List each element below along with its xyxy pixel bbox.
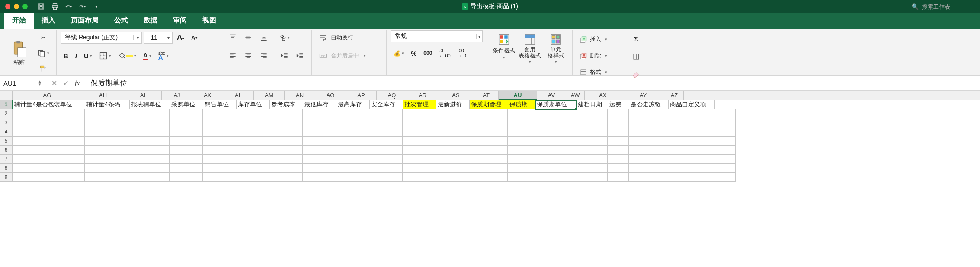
cell[interactable] (576, 146, 608, 155)
format-as-table-button[interactable]: 套用 表格格式 ▾ (518, 33, 542, 64)
cell[interactable] (336, 155, 369, 164)
align-center-button[interactable] (241, 48, 255, 63)
column-header[interactable]: AG (13, 91, 82, 100)
row-header[interactable]: 7 (0, 155, 13, 164)
cell[interactable]: 最高库存 (336, 100, 370, 109)
cell[interactable] (13, 137, 85, 146)
cell[interactable] (303, 146, 336, 155)
cell[interactable] (469, 109, 508, 118)
tab-review[interactable]: 审阅 (165, 13, 195, 29)
column-header[interactable]: AU (499, 91, 537, 100)
cell[interactable] (170, 146, 203, 155)
cell[interactable] (608, 155, 629, 164)
cell[interactable] (13, 173, 85, 182)
select-all-corner[interactable] (0, 91, 13, 100)
cell[interactable] (203, 164, 236, 173)
tab-pagelayout[interactable]: 页面布局 (63, 13, 106, 29)
cell[interactable] (129, 118, 170, 127)
decrease-decimal-button[interactable]: .00→.0 (455, 46, 469, 60)
cell[interactable] (608, 127, 629, 137)
cell[interactable] (85, 127, 129, 137)
cell[interactable] (85, 109, 129, 118)
cell[interactable] (508, 146, 535, 155)
cell[interactable] (13, 109, 85, 118)
number-format-select[interactable]: 常规▾ (391, 30, 483, 42)
cell[interactable] (236, 127, 269, 137)
bold-button[interactable]: B (61, 48, 71, 63)
cell[interactable] (403, 164, 436, 173)
column-header[interactable]: AV (537, 91, 566, 100)
delete-cells-button[interactable]: 删除 (577, 48, 620, 63)
cell[interactable] (629, 109, 668, 118)
cell[interactable]: 保质期 (508, 100, 535, 109)
cell[interactable]: 销售单位 (203, 100, 237, 109)
autosum-button[interactable]: Σ (629, 32, 643, 47)
row-header[interactable]: 3 (0, 118, 13, 127)
cell[interactable] (303, 173, 336, 182)
cell[interactable] (269, 118, 303, 127)
tab-home[interactable]: 开始 (4, 13, 34, 29)
cell[interactable] (608, 164, 629, 173)
cell[interactable] (629, 164, 668, 173)
cell[interactable] (668, 127, 714, 137)
cell[interactable] (508, 137, 535, 146)
format-cells-button[interactable]: 格式 (577, 65, 620, 79)
cell[interactable] (403, 155, 436, 164)
cell[interactable] (714, 109, 736, 118)
cell[interactable] (203, 127, 236, 137)
cell[interactable] (403, 146, 436, 155)
align-left-button[interactable] (226, 48, 240, 63)
column-header[interactable]: AR (407, 91, 438, 100)
cell[interactable] (668, 155, 714, 164)
cell[interactable] (714, 118, 736, 127)
increase-indent-button[interactable] (293, 48, 307, 63)
spreadsheet-grid[interactable]: AGAHAIAJAKALAMANAOAPAQARASATAUAVAWAXAYAZ… (0, 91, 980, 182)
cell[interactable] (13, 155, 85, 164)
cell[interactable] (269, 146, 303, 155)
tab-insert[interactable]: 插入 (34, 13, 63, 29)
cell[interactable] (369, 173, 403, 182)
cell[interactable] (576, 155, 608, 164)
cell[interactable] (269, 109, 303, 118)
align-top-button[interactable] (226, 30, 240, 45)
cell[interactable] (576, 137, 608, 146)
cell[interactable] (303, 109, 336, 118)
increase-decimal-button[interactable]: .0←.00 (436, 46, 453, 60)
fill-color-button[interactable] (115, 48, 139, 63)
minimize-window-button[interactable] (14, 4, 19, 9)
fill-button[interactable] (629, 49, 643, 64)
tab-formulas[interactable]: 公式 (106, 13, 136, 29)
align-right-button[interactable] (257, 48, 271, 63)
cell[interactable] (576, 109, 608, 118)
cell[interactable] (303, 155, 336, 164)
cell[interactable]: 报表辅单位 (130, 100, 170, 109)
cell[interactable] (436, 164, 469, 173)
cell[interactable] (13, 127, 85, 137)
cell[interactable] (369, 127, 403, 137)
cell[interactable] (336, 137, 369, 146)
cell[interactable] (469, 155, 508, 164)
undo-icon[interactable]: ↶ ▾ (65, 3, 73, 10)
cell[interactable] (714, 137, 736, 146)
phonetic-button[interactable]: abcA (156, 48, 171, 63)
cell[interactable] (436, 118, 469, 127)
cell[interactable] (170, 164, 203, 173)
cell[interactable] (436, 109, 469, 118)
align-middle-button[interactable] (241, 30, 255, 45)
name-box-spinner[interactable]: ▲▼ (38, 80, 42, 86)
cell[interactable] (129, 164, 170, 173)
insert-cells-button[interactable]: 插入 (577, 32, 620, 47)
cell[interactable] (85, 118, 129, 127)
cell[interactable] (715, 100, 736, 109)
cell[interactable] (403, 127, 436, 137)
column-header[interactable]: AK (192, 91, 223, 100)
cell[interactable] (576, 173, 608, 182)
tab-view[interactable]: 视图 (195, 13, 224, 29)
cell[interactable]: 最低库存 (303, 100, 336, 109)
cell[interactable] (403, 137, 436, 146)
cell[interactable] (303, 127, 336, 137)
cell[interactable] (129, 127, 170, 137)
cell[interactable] (668, 173, 714, 182)
accounting-format-button[interactable]: 💰 (391, 46, 407, 60)
column-header[interactable]: AP (346, 91, 377, 100)
